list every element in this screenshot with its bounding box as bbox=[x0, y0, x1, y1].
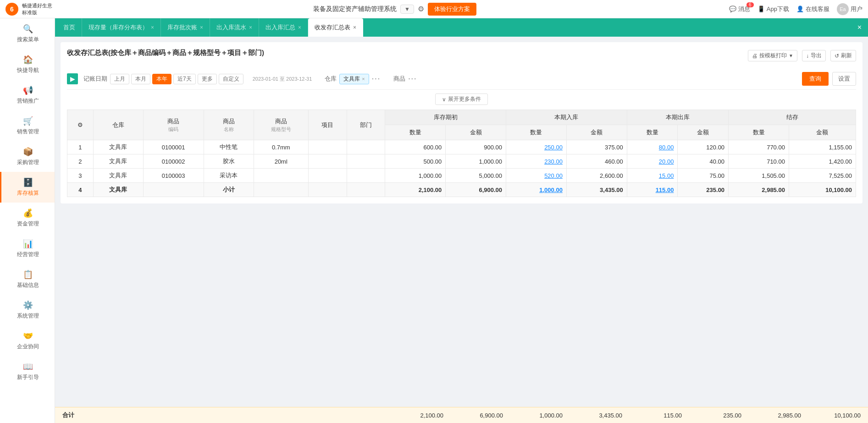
custom-date-btn[interactable]: 自定义 bbox=[219, 74, 243, 84]
expand-more-btn[interactable]: ∨ 展开更多条件 bbox=[435, 93, 488, 105]
sidebar-item-system[interactable]: ⚙️ 系统管理 bbox=[0, 295, 55, 325]
export-btn[interactable]: ↓ 导出 bbox=[802, 50, 826, 61]
system-title: 装备及固定资产辅助管理系统 bbox=[313, 5, 397, 13]
message-item[interactable]: 💬 消息 6 bbox=[729, 5, 750, 13]
tab-in-out-summary[interactable]: 出入库汇总 × bbox=[259, 18, 308, 37]
online-service-item[interactable]: 👤 在线客服 bbox=[796, 5, 829, 13]
sidebar-item-search[interactable]: 🔍 搜索菜单 bbox=[0, 18, 55, 49]
tab-receive-send-summary[interactable]: 收发存汇总表 × bbox=[308, 18, 363, 37]
sidebar-label-system: 系统管理 bbox=[17, 312, 39, 320]
tab-batch-accounts-close[interactable]: × bbox=[200, 24, 203, 31]
app-download-item[interactable]: 📱 App下载 bbox=[757, 5, 789, 13]
row-no: 2 bbox=[67, 154, 94, 169]
settings-icon[interactable]: ⚙ bbox=[418, 5, 424, 13]
settings-gear-icon: ⚙ bbox=[77, 121, 83, 128]
sidebar-item-basic-info[interactable]: 📋 基础信息 bbox=[0, 264, 55, 295]
row-warehouse: 文具库 bbox=[93, 140, 143, 154]
out-qty-cell[interactable]: 80.00 bbox=[627, 140, 678, 154]
in-qty-cell[interactable]: 250.00 bbox=[506, 140, 567, 154]
table-row: 1 文具库 0100001 中性笔 0.7mm 600.00 900.00 25… bbox=[67, 140, 856, 154]
date-range-display: 2023-01-01 至 2023-12-31 bbox=[253, 76, 312, 82]
goods-more-dots[interactable]: ··· bbox=[408, 75, 417, 83]
sidebar-label-purchase: 采购管理 bbox=[17, 159, 39, 166]
tab-bar-close[interactable]: × bbox=[853, 23, 866, 32]
row-in-amt: 3,435.00 bbox=[566, 183, 627, 197]
th-goods-spec: 商品 规格型号 bbox=[254, 110, 308, 140]
more-date-btn[interactable]: 更多 bbox=[198, 74, 217, 84]
sidebar-item-quick-nav[interactable]: 🏠 快捷导航 bbox=[0, 49, 55, 80]
row-goods-code bbox=[143, 183, 204, 197]
user-label: 用户 bbox=[851, 5, 862, 13]
warehouse-tag-close[interactable]: × bbox=[362, 76, 365, 82]
tab-inventory-dist-close[interactable]: × bbox=[151, 24, 154, 31]
row-warehouse: 文具库 bbox=[93, 154, 143, 169]
print-btn[interactable]: 🖨 按模板打印 ▼ bbox=[748, 50, 797, 61]
row-goods-name: 中性笔 bbox=[204, 140, 254, 154]
tab-batch-accounts[interactable]: 库存批次账 × bbox=[161, 18, 210, 37]
sidebar-item-cooperation[interactable]: 🤝 企业协同 bbox=[0, 325, 55, 356]
warehouse-tag: 文具库 × bbox=[339, 74, 369, 84]
last7-btn[interactable]: 近7天 bbox=[173, 74, 196, 84]
query-btn[interactable]: 查询 bbox=[802, 72, 829, 86]
in-qty-cell[interactable]: 520.00 bbox=[506, 169, 567, 183]
this-month-btn[interactable]: 本月 bbox=[131, 74, 150, 84]
row-closing-qty: 2,985.00 bbox=[729, 183, 789, 197]
tab-in-out-summary-close[interactable]: × bbox=[298, 24, 301, 31]
out-qty-cell[interactable]: 115.00 bbox=[627, 183, 678, 197]
th-goods-name: 商品 名称 bbox=[204, 110, 254, 140]
goods-filter-section: 商品 ··· bbox=[393, 75, 417, 83]
row-out-amt: 40.00 bbox=[678, 154, 729, 169]
finance-icon: 💰 bbox=[23, 208, 33, 218]
row-opening-amt: 900.00 bbox=[446, 140, 506, 154]
th-settings[interactable]: ⚙ bbox=[67, 110, 94, 140]
refresh-label: 刷新 bbox=[841, 52, 852, 60]
out-qty-cell[interactable]: 15.00 bbox=[627, 169, 678, 183]
logo-area: 6 畅捷通好生意 标准版 bbox=[6, 2, 61, 16]
tab-receive-send-summary-close[interactable]: × bbox=[353, 24, 356, 31]
export-label: 导出 bbox=[811, 52, 822, 60]
phone-icon: 📱 bbox=[757, 5, 765, 12]
in-qty-cell[interactable]: 230.00 bbox=[506, 154, 567, 169]
warehouse-more-dots[interactable]: ··· bbox=[372, 75, 381, 83]
this-year-btn[interactable]: 本年 bbox=[152, 74, 171, 84]
out-qty-cell[interactable]: 20.00 bbox=[627, 154, 678, 169]
last-month-btn[interactable]: 上月 bbox=[110, 74, 129, 84]
try-btn[interactable]: 体验行业方案 bbox=[428, 3, 476, 16]
row-closing-qty: 770.00 bbox=[729, 140, 789, 154]
tab-in-out-flow[interactable]: 出入库流水 × bbox=[210, 18, 259, 37]
th-department: 部门 bbox=[347, 110, 385, 140]
sidebar-label-operation: 经营管理 bbox=[17, 251, 39, 258]
logo-text: 畅捷通好生意 标准版 bbox=[22, 2, 52, 16]
settings-btn[interactable]: 设置 bbox=[832, 72, 856, 86]
tab-inventory-dist[interactable]: 现存量（库存分布表） × bbox=[82, 18, 161, 37]
row-closing-qty: 1,505.00 bbox=[729, 169, 789, 183]
row-out-amt: 120.00 bbox=[678, 140, 729, 154]
in-qty-cell[interactable]: 1,000.00 bbox=[506, 183, 567, 197]
row-project bbox=[308, 183, 347, 197]
inventory-icon: 🗄️ bbox=[23, 177, 33, 187]
sidebar: 🔍 搜索菜单 🏠 快捷导航 📢 营销推广 🛒 销售管理 📦 采购管理 🗄️ 库存… bbox=[0, 18, 55, 423]
tab-in-out-flow-close[interactable]: × bbox=[249, 24, 252, 31]
footer-out-qty: 115.00 bbox=[641, 412, 682, 419]
sidebar-item-inventory[interactable]: 🗄️ 库存核算 bbox=[0, 172, 55, 203]
row-closing-amt: 1,155.00 bbox=[789, 140, 856, 154]
sidebar-item-marketing[interactable]: 📢 营销推广 bbox=[0, 80, 55, 110]
refresh-btn[interactable]: ↺ 刷新 bbox=[830, 50, 856, 61]
th-period-in-group: 本期入库 bbox=[506, 110, 627, 125]
sidebar-item-new-guide[interactable]: 📖 新手引导 bbox=[0, 356, 55, 387]
row-department bbox=[347, 140, 385, 154]
sidebar-item-purchase[interactable]: 📦 采购管理 bbox=[0, 141, 55, 172]
system-icon: ⚙️ bbox=[23, 300, 33, 310]
tab-home[interactable]: 首页 bbox=[57, 18, 82, 37]
user-item[interactable]: Ea 用户 bbox=[837, 3, 862, 15]
th-closing-amt: 金额 bbox=[789, 125, 856, 140]
system-select-btn[interactable]: ▼ bbox=[400, 5, 414, 14]
row-opening-qty: 1,000.00 bbox=[385, 169, 446, 183]
sidebar-item-finance[interactable]: 💰 资金管理 bbox=[0, 203, 55, 233]
warehouse-filter-section: 仓库 文具库 × ··· bbox=[325, 74, 381, 84]
sidebar-item-sales[interactable]: 🛒 销售管理 bbox=[0, 110, 55, 141]
row-no: 4 bbox=[67, 183, 94, 197]
filter-expand-arrow[interactable]: ▶ bbox=[67, 73, 78, 84]
sidebar-item-operation[interactable]: 📊 经营管理 bbox=[0, 233, 55, 264]
warehouse-tag-text: 文具库 bbox=[343, 75, 360, 83]
